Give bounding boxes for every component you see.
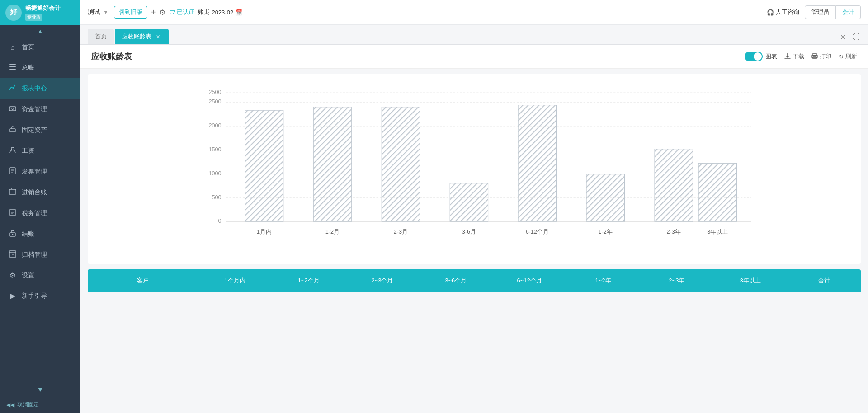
bar-8[interactable]: [698, 163, 736, 221]
tab-close-icon[interactable]: ✕: [154, 33, 161, 40]
content-area: 应收账龄表 图表 下载 打印: [80, 45, 868, 413]
tab-ar-aging[interactable]: 应收账龄表 ✕: [115, 29, 169, 44]
header-right: 🎧 人工咨询 管理员 会计: [767, 5, 861, 19]
top-header: 测试 ▼ 切到旧版 + ⚙ 🛡 已认证 账期 2023-02 📅 🎧 人工咨询: [80, 0, 868, 25]
bar-3[interactable]: [382, 107, 420, 221]
sidebar-item-ledger[interactable]: 总账: [0, 57, 80, 78]
tabs-bar: 首页 应收账龄表 ✕ ✕ ⛶: [80, 25, 868, 45]
th-3-6month: 3~6个月: [419, 269, 493, 292]
sidebar-item-funds[interactable]: 资金管理: [0, 99, 80, 120]
svg-text:1月内: 1月内: [257, 229, 272, 235]
scroll-down-arrow[interactable]: ▼: [37, 385, 43, 394]
period-display: 账期 2023-02 📅: [198, 8, 242, 16]
tab-home[interactable]: 首页: [88, 29, 114, 44]
chart-toggle-wrap: 图表: [745, 52, 777, 61]
svg-text:1-2月: 1-2月: [326, 229, 340, 235]
table-section: 客户 1个月内 1~2个月 2~3个月 3~6个月 6~12个月 1~2年 2~…: [88, 269, 861, 292]
print-btn[interactable]: 打印: [811, 52, 831, 61]
close-window-btn[interactable]: ✕: [838, 33, 847, 42]
sidebar-item-closing[interactable]: 结账: [0, 224, 80, 244]
sidebar-item-reports[interactable]: 报表中心: [0, 78, 80, 99]
refresh-label: 刷新: [845, 52, 857, 61]
bar-7[interactable]: [655, 149, 693, 221]
sidebar-item-assets[interactable]: 固定资产: [0, 120, 80, 141]
consult-btn[interactable]: 🎧 人工咨询: [767, 8, 799, 16]
svg-text:3-6月: 3-6月: [462, 229, 476, 235]
print-icon: [811, 53, 818, 61]
sidebar-item-payroll[interactable]: 工资: [0, 141, 80, 161]
bar-6[interactable]: [586, 174, 624, 222]
assets-icon: [8, 126, 17, 135]
header-actions: 切到旧版 + ⚙: [114, 6, 166, 19]
manager-btn[interactable]: 管理员: [805, 5, 836, 19]
cancel-fix-btn[interactable]: ◀◀ 取消固定: [0, 396, 80, 413]
logo-badge: 专业版: [25, 14, 42, 21]
period-value: 2023-02: [212, 9, 233, 16]
sidebar-item-closing-label: 结账: [22, 230, 34, 238]
th-6-12month: 6~12个月: [493, 269, 566, 292]
switch-btn[interactable]: 切到旧版: [114, 6, 147, 19]
workspace-selector[interactable]: 测试 ▼: [88, 8, 108, 16]
funds-icon: [8, 105, 17, 114]
sidebar-item-home[interactable]: ⌂ 首页: [0, 38, 80, 57]
settings-gear-icon[interactable]: ⚙: [159, 8, 165, 17]
th-1-2month: 1~2个月: [272, 269, 345, 292]
archive-icon: [8, 250, 17, 259]
ledger-icon: [8, 63, 17, 72]
certified-text: 已认证: [177, 8, 194, 16]
svg-point-10: [11, 147, 14, 150]
download-label: 下载: [793, 52, 804, 61]
consult-label: 人工咨询: [776, 8, 799, 16]
download-btn[interactable]: 下载: [784, 52, 804, 61]
sidebar-item-settings-label: 设置: [22, 272, 34, 280]
chart-toggle[interactable]: [745, 52, 763, 61]
sidebar-item-guide[interactable]: ▶ 新手引导: [0, 286, 80, 306]
sidebar-item-tax-label: 税务管理: [22, 209, 47, 217]
calendar-icon[interactable]: 📅: [235, 9, 242, 16]
svg-point-8: [12, 108, 14, 110]
svg-text:1-2年: 1-2年: [599, 229, 613, 235]
print-label: 打印: [820, 52, 831, 61]
refresh-btn[interactable]: ↻ 刷新: [839, 52, 857, 61]
home-icon: ⌂: [8, 43, 17, 52]
bar-2[interactable]: [313, 107, 351, 221]
sidebar-item-purchase[interactable]: 进销台账: [0, 182, 80, 203]
tab-ar-aging-label: 应收账龄表: [122, 33, 151, 41]
sidebar-item-tax[interactable]: 税务管理: [0, 203, 80, 224]
scroll-up-arrow[interactable]: ▲: [37, 27, 43, 36]
bar-1[interactable]: [245, 110, 283, 221]
expand-window-btn[interactable]: ⛶: [852, 33, 861, 42]
svg-text:3年以上: 3年以上: [707, 229, 728, 235]
bar-5[interactable]: [518, 105, 556, 222]
add-icon[interactable]: +: [151, 8, 156, 17]
svg-text:2-3年: 2-3年: [667, 229, 681, 235]
period-label: 账期: [198, 8, 210, 16]
payroll-icon: [8, 146, 17, 155]
page-actions: 图表 下载 打印 ↻ 刷新: [745, 52, 857, 61]
settings-icon: ⚙: [8, 271, 17, 280]
svg-point-6: [14, 85, 15, 86]
logo-title: 畅捷通好会计: [25, 4, 61, 12]
svg-text:1500: 1500: [208, 146, 221, 153]
scroll-up: ▲: [0, 25, 80, 38]
sidebar-item-home-label: 首页: [22, 43, 34, 52]
svg-rect-0: [9, 64, 16, 65]
sidebar-item-settings[interactable]: ⚙ 设置: [0, 265, 80, 286]
svg-point-4: [11, 87, 12, 88]
svg-rect-7: [9, 107, 16, 111]
logo-icon: 好: [5, 5, 22, 21]
sidebar-item-ledger-label: 总账: [22, 64, 34, 72]
th-2-3month: 2~3个月: [345, 269, 419, 292]
sidebar-item-archive[interactable]: 归档管理: [0, 244, 80, 265]
bar-4[interactable]: [450, 183, 488, 221]
main-area: 测试 ▼ 切到旧版 + ⚙ 🛡 已认证 账期 2023-02 📅 🎧 人工咨询: [80, 0, 868, 413]
workspace-dropdown-icon[interactable]: ▼: [103, 9, 108, 15]
svg-text:2000: 2000: [208, 122, 221, 129]
sidebar-item-invoice[interactable]: 发票管理: [0, 161, 80, 182]
th-3plus-year: 3年以上: [713, 269, 787, 292]
shield-icon: 🛡: [169, 9, 175, 16]
page-title: 应收账龄表: [91, 51, 132, 62]
accountant-btn[interactable]: 会计: [836, 5, 861, 19]
svg-text:6-12个月: 6-12个月: [526, 229, 549, 235]
download-icon: [784, 53, 791, 61]
